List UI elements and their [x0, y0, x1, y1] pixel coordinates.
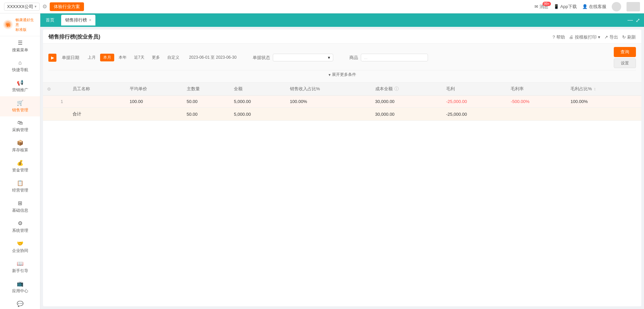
- footer-label: 合计: [69, 108, 126, 121]
- service-icon: 👤: [582, 4, 588, 9]
- query-button[interactable]: 查询: [614, 47, 636, 57]
- footer-quantity: 50.00: [183, 108, 230, 121]
- date-7days-btn[interactable]: 近7天: [131, 54, 147, 61]
- footer-gross-rate: [507, 108, 566, 121]
- date-range-display: 2023-06-01 至 2023-06-30: [189, 55, 237, 60]
- tab-home[interactable]: 首页: [40, 13, 60, 27]
- logo-icon: 畅: [3, 19, 13, 30]
- message-icon: ✉: [534, 4, 538, 9]
- sidebar-item-finance[interactable]: 💰 资金管理: [0, 156, 40, 176]
- page-title: 销售排行榜(按业务员): [48, 34, 100, 41]
- export-icon: ↗: [604, 35, 608, 40]
- inventory-icon: 📦: [17, 140, 24, 146]
- marketing-icon: 📢: [17, 80, 24, 86]
- row-gross-rate: -500.00%: [507, 96, 566, 108]
- sidebar-item-basic-info[interactable]: ⊞ 基础信息: [0, 197, 40, 217]
- row-cost-amount: 30,000.00: [371, 96, 442, 108]
- footer-settings: [43, 108, 55, 121]
- row-avg-price: 100.00: [126, 96, 183, 108]
- expand-more-btn[interactable]: ▾ 展开更多条件: [329, 72, 356, 78]
- row-gross-profit: -25,000.00: [442, 96, 507, 108]
- logo-text: 畅康通好生意 标准版: [15, 17, 37, 32]
- col-employee-name: 员工名称: [69, 83, 126, 96]
- sidebar-item-app-center[interactable]: 📺 应用中心: [0, 277, 40, 297]
- setting-button[interactable]: 设置: [614, 58, 636, 68]
- row-amount: 5,000.00: [230, 96, 286, 108]
- message-btn[interactable]: ✉ 消息 99+: [534, 4, 548, 10]
- sidebar-item-inventory[interactable]: 📦 库存核算: [0, 136, 40, 156]
- sidebar-item-quick-nav[interactable]: ⌂ 快捷导航: [0, 56, 40, 76]
- sidebar-item-guide[interactable]: 📖 新手引导: [0, 257, 40, 277]
- footer-avg-price: [126, 108, 183, 121]
- row-employee-name: [69, 96, 126, 108]
- app-center-icon: 📺: [17, 280, 24, 287]
- sidebar-item-cooperation[interactable]: 🤝 企业协同: [0, 237, 40, 257]
- help-btn[interactable]: ? 帮助: [553, 34, 565, 40]
- date-this-month-btn[interactable]: 本月: [100, 54, 114, 61]
- date-this-year-btn[interactable]: 本年: [116, 54, 130, 61]
- refresh-icon: ↻: [622, 35, 626, 40]
- sidebar-item-sales[interactable]: 🛒 销售管理: [0, 96, 40, 116]
- row-quantity: 50.00: [183, 96, 230, 108]
- home-icon: ⌂: [18, 60, 22, 66]
- date-custom-btn[interactable]: 自定义: [164, 54, 182, 61]
- tab-bar: 首页 销售排行榜 × — ⤢: [40, 13, 644, 27]
- tab-minimize-icon[interactable]: —: [628, 17, 633, 23]
- sidebar-item-system[interactable]: ⚙ 系统管理: [0, 217, 40, 237]
- refresh-btn[interactable]: ↻ 刷新: [622, 34, 636, 40]
- col-settings[interactable]: ⚙: [43, 83, 55, 96]
- footer-gross-profit: -25,000.00: [442, 108, 507, 121]
- avatar[interactable]: [612, 2, 621, 11]
- status-select[interactable]: ▾: [273, 54, 333, 61]
- settings-icon[interactable]: ⚙: [42, 3, 47, 10]
- user-name-display: [627, 2, 640, 11]
- footer-gross-pct: [566, 108, 641, 121]
- date-more-btn[interactable]: 更多: [149, 54, 163, 61]
- data-table: ⚙ 员工名称 平均单价 主数量 全额 销售收入占比% 成本全额 ⓘ 毛利: [43, 83, 641, 121]
- cost-help-icon[interactable]: ⓘ: [394, 86, 399, 91]
- sidebar-item-marketing[interactable]: 📢 营销推广: [0, 76, 40, 96]
- date-label: 单据日期: [62, 55, 79, 61]
- goods-input-area[interactable]: ...: [361, 54, 428, 61]
- page-header: 销售排行榜(按业务员) ? 帮助 🖨 按模板打印 ▾ ↗ 导出: [43, 30, 641, 44]
- gross-pct-icon: ↕: [594, 86, 596, 91]
- company-selector[interactable]: XXXXXX公司 ▾: [4, 3, 40, 11]
- app-icon: 📱: [554, 4, 559, 9]
- main-layout: 畅 畅康通好生意 标准版 ☰ 搜索菜单 ⌂ 快捷导航 📢 营销推广 🛒 销售管理…: [0, 13, 644, 309]
- online-service-btn[interactable]: 👤 在线客服: [582, 4, 606, 10]
- footer-amount: 5,000.00: [230, 108, 286, 121]
- row-settings-btn[interactable]: [43, 96, 55, 108]
- col-rank: [55, 83, 69, 96]
- export-btn[interactable]: ↗ 导出: [604, 34, 618, 40]
- sidebar-item-search[interactable]: ☰ 搜索菜单: [0, 36, 40, 56]
- basic-info-icon: ⊞: [18, 200, 22, 206]
- date-filters: 上月 本月 本年 近7天 更多 自定义: [85, 54, 182, 61]
- company-name: XXXXXX公司: [7, 4, 33, 10]
- tab-sales-ranking[interactable]: 销售排行榜 ×: [61, 15, 95, 25]
- app-download-btn[interactable]: 📱 App下载: [554, 4, 577, 10]
- status-label: 单据状态: [253, 55, 270, 61]
- sidebar-item-wechat[interactable]: 💬 企业微信: [0, 297, 40, 309]
- app-download-label: App下载: [560, 4, 577, 10]
- filter-toggle-btn[interactable]: ▶: [48, 54, 56, 62]
- tab-maximize-icon[interactable]: ⤢: [636, 17, 640, 23]
- print-btn[interactable]: 🖨 按模板打印 ▾: [569, 34, 600, 40]
- col-quantity: 主数量: [183, 83, 230, 96]
- tab-close-icon[interactable]: ×: [89, 18, 91, 22]
- table-row: 1 100.00 50.00 5,000.00 100.00% 30,000.0…: [43, 96, 641, 108]
- sidebar-item-purchase[interactable]: 🛍 采购管理: [0, 116, 40, 136]
- expand-chevron-icon: ▾: [329, 72, 331, 77]
- table-footer: 合计 50.00 5,000.00 30,000.00 -25,000.00: [43, 108, 641, 121]
- trial-button[interactable]: 体验行业方案: [50, 2, 84, 11]
- row-sales-pct: 100.00%: [286, 96, 371, 108]
- purchase-icon: 🛍: [17, 120, 23, 126]
- sidebar-item-operations[interactable]: 📋 经营管理: [0, 176, 40, 197]
- table-container: ⚙ 员工名称 平均单价 主数量 全额 销售收入占比% 成本全额 ⓘ 毛利: [43, 83, 641, 306]
- col-gross-rate: 毛利率: [507, 83, 566, 96]
- footer-sales-pct: [286, 108, 371, 121]
- sidebar: 畅 畅康通好生意 标准版 ☰ 搜索菜单 ⌂ 快捷导航 📢 营销推广 🛒 销售管理…: [0, 13, 40, 309]
- search-menu-icon: ☰: [18, 40, 23, 46]
- goods-placeholder: ...: [364, 55, 368, 60]
- date-last-month-btn[interactable]: 上月: [85, 54, 99, 61]
- page-actions: ? 帮助 🖨 按模板打印 ▾ ↗ 导出 ↻ 刷新: [553, 34, 636, 40]
